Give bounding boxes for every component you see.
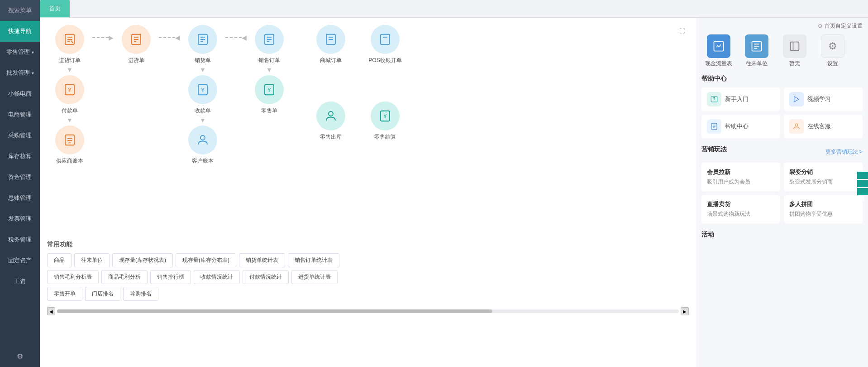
- sidebar-item-payroll[interactable]: 工资: [0, 271, 40, 292]
- svg-marker-43: [794, 97, 799, 102]
- fullscreen-icon[interactable]: ⛶: [679, 28, 685, 34]
- node-retail-order[interactable]: ¥ 零售单: [247, 75, 292, 115]
- node-purchase-order[interactable]: 进货订单: [47, 25, 92, 64]
- help-item-beginner[interactable]: 新手入门: [701, 87, 780, 111]
- sidebar-item-inventory[interactable]: 库存核算: [0, 146, 40, 167]
- down-arrow-3: ▼: [180, 66, 225, 73]
- contacts-label: 往来单位: [746, 60, 768, 68]
- func-btn-contacts[interactable]: 往来单位: [74, 253, 110, 267]
- sidebar-item-purchase-mgmt[interactable]: 采购管理: [0, 125, 40, 146]
- float-btn-customer-service[interactable]: 客服热线: [857, 172, 868, 179]
- sidebar-item-retail-mgmt[interactable]: 零售管理 ▾: [0, 42, 40, 63]
- node-sales-order[interactable]: 销售订单: [247, 25, 292, 64]
- main-area: 首页 ⛶ 进货订单: [40, 0, 868, 367]
- marketing-header: 营销玩法 更多营销玩法 >: [701, 145, 863, 158]
- sidebar-item-quick-nav[interactable]: 快捷导航: [0, 21, 40, 42]
- quick-nav-settings[interactable]: ⚙ 设置: [816, 34, 850, 68]
- sidebar-item-xiaochangec[interactable]: 小畅电商: [0, 83, 40, 104]
- help-grid: 新手入门 视频学习 帮助中心: [701, 87, 863, 138]
- sidebar-item-ecom-mgmt[interactable]: 电商管理: [0, 104, 40, 125]
- settings-button[interactable]: ⚙: [0, 346, 40, 367]
- receipt-label: 收款单: [195, 107, 211, 115]
- marketing-item-live[interactable]: 直播卖货 场景式购物新玩法: [701, 195, 780, 223]
- node-customer-account[interactable]: 客户账本: [180, 126, 225, 165]
- svg-text:¥: ¥: [68, 87, 72, 93]
- node-supplier-account[interactable]: 供应商账本: [47, 126, 92, 165]
- node-sales-bill[interactable]: 销货单: [180, 25, 225, 64]
- func-btn-sales-rank[interactable]: 销售排行榜: [150, 270, 191, 284]
- func-btn-receipt-stat[interactable]: 收款情况统计: [194, 270, 240, 284]
- node-mall-order[interactable]: 商城订单: [308, 25, 353, 64]
- func-btn-purchase-stat[interactable]: 进货单统计表: [291, 270, 338, 284]
- sidebar-item-wholesale-mgmt[interactable]: 批发管理 ▾: [0, 63, 40, 83]
- node-retail-checkout[interactable]: ¥ 零售结算: [362, 101, 408, 141]
- float-btn-community[interactable]: 服务社区: [857, 180, 868, 187]
- func-btn-stock-status[interactable]: 现存量(库存状况表): [112, 253, 173, 267]
- purchase-order-icon: [55, 25, 84, 54]
- node-purchase-bill[interactable]: 进货单: [114, 25, 159, 64]
- search-menu[interactable]: 搜索菜单: [0, 0, 40, 21]
- help-center-section: 帮助中心 新手入门 视频学习: [701, 75, 863, 138]
- help-item-help[interactable]: 帮助中心: [701, 115, 780, 138]
- marketing-item-group[interactable]: 多人拼团 拼团购物享受优惠: [784, 195, 863, 223]
- payment-icon: ¥: [55, 75, 84, 104]
- horizontal-scrollbar[interactable]: ◀ ▶: [47, 305, 689, 317]
- tab-home[interactable]: 首页: [40, 0, 70, 17]
- svg-point-48: [795, 124, 798, 126]
- pos-label: POS收银开单: [368, 57, 401, 64]
- help-icon-el: [707, 119, 721, 134]
- sidebar-item-invoice-mgmt[interactable]: 发票管理: [0, 208, 40, 229]
- scroll-right-btn[interactable]: ▶: [681, 307, 689, 315]
- svg-text:¥: ¥: [267, 87, 271, 93]
- quick-nav-none[interactable]: 暂无: [777, 34, 812, 68]
- func-btn-sales-profit[interactable]: 销售毛利分析表: [47, 270, 99, 284]
- purchase-bill-label: 进货单: [128, 57, 144, 64]
- retail-out-label: 零售出库: [320, 133, 342, 141]
- flow-col-6: POS收银开单 ¥ 零售结算: [362, 25, 408, 141]
- sidebar-item-general-ledger[interactable]: 总账管理: [0, 188, 40, 208]
- func-btn-stock-dist[interactable]: 现存量(库存分布表): [176, 253, 236, 267]
- marketing-item-fission[interactable]: 裂变分销 裂变式发展分销商: [784, 163, 863, 191]
- node-retail-out[interactable]: 零售出库: [308, 101, 353, 141]
- func-btn-retail-order[interactable]: 零售开单: [47, 287, 82, 301]
- retail-checkout-label: 零售结算: [374, 133, 396, 141]
- help-item-online-service[interactable]: 在线客服: [784, 115, 863, 138]
- beginner-icon: [707, 92, 721, 106]
- func-btn-goods[interactable]: 商品: [47, 253, 72, 267]
- tabbar: 首页: [40, 0, 868, 18]
- func-btn-sales-stat[interactable]: 销货单统计表: [239, 253, 285, 267]
- func-btn-sales-order-stat[interactable]: 销售订单统计表: [288, 253, 339, 267]
- activities-title: 活动: [701, 231, 863, 239]
- online-service-label: 在线客服: [807, 122, 831, 130]
- float-btn-desktop[interactable]: 桌面快捷: [857, 188, 868, 195]
- sidebar-item-fixed-assets[interactable]: 固定资产: [0, 250, 40, 271]
- scroll-left-btn[interactable]: ◀: [47, 307, 55, 315]
- quick-nav-header: ⚙ 首页自定义设置: [701, 22, 863, 30]
- common-functions: 常用功能 商品 往来单位 现存量(库存状况表) 现存量(库存分布表) 销货单统计…: [47, 241, 689, 301]
- sidebar-item-finance-mgmt[interactable]: 资金管理: [0, 167, 40, 188]
- online-service-icon: [789, 119, 804, 134]
- purchase-order-label: 进货订单: [59, 57, 81, 64]
- sidebar-item-tax-mgmt[interactable]: 税务管理: [0, 229, 40, 250]
- node-receipt[interactable]: ¥ 收款单: [180, 75, 225, 115]
- group-desc: 拼团购物享受优惠: [789, 210, 857, 218]
- func-row-2: 销售毛利分析表 商品毛利分析 销售排行榜 收款情况统计 付款情况统计 进货单统计…: [47, 270, 689, 284]
- retail-checkout-icon: ¥: [371, 101, 400, 130]
- func-btn-payment-stat[interactable]: 付款情况统计: [243, 270, 289, 284]
- receipt-icon: ¥: [188, 75, 217, 104]
- func-btn-store-rank[interactable]: 门店排名: [85, 287, 120, 301]
- settings-icon-box: ⚙: [821, 34, 844, 58]
- node-pos[interactable]: POS收银开单: [362, 25, 408, 64]
- more-marketing-link[interactable]: 更多营销玩法 >: [825, 148, 863, 156]
- quick-nav-cash-flow[interactable]: 现金流量表: [701, 34, 736, 68]
- flow-col-4: 销售订单 ▼ ¥ 零售单: [247, 25, 292, 115]
- quick-nav-contacts[interactable]: 往来单位: [739, 34, 774, 68]
- marketing-title: 营销玩法: [701, 145, 727, 154]
- func-btn-guide-rank[interactable]: 导购排名: [123, 287, 158, 301]
- func-btn-goods-profit[interactable]: 商品毛利分析: [101, 270, 148, 284]
- node-payment[interactable]: ¥ 付款单: [47, 75, 92, 115]
- help-item-video[interactable]: 视频学习: [784, 87, 863, 111]
- marketing-item-member[interactable]: 会员拉新 吸引用户成为会员: [701, 163, 780, 191]
- flowchart: 进货订单 ▼ ¥ 付款单 ▼: [47, 25, 689, 233]
- quick-nav-icons: 现金流量表 往来单位 暂无 ⚙: [701, 34, 863, 68]
